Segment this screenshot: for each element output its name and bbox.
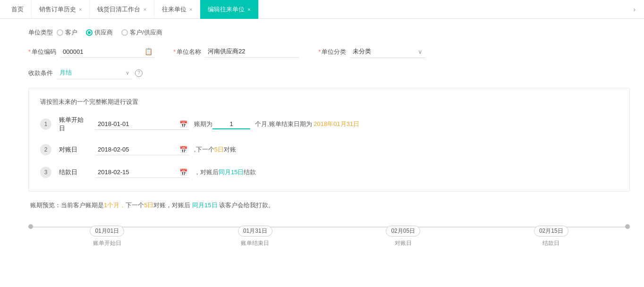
reconcile-row: 2 对账日 📅 ,下一个5日对账: [40, 144, 618, 155]
billing-start-row: 1 账单开始日 📅 账期为 个月,账单结束日期为 2018年01月31日: [40, 116, 618, 133]
unit-category-chevron-icon: ∨: [418, 48, 423, 55]
timeline-start-endpoint: [28, 224, 33, 229]
tab-cash-work-close[interactable]: ×: [143, 7, 146, 12]
unit-code-label: 单位编码: [32, 48, 56, 56]
timeline-label-2: 对账日: [395, 239, 412, 247]
unit-type-radio-group: 客户 供应商 客户/供应商: [57, 28, 162, 37]
preview-suffix: 该客户会给我打款。: [219, 202, 274, 209]
reconcile-calendar-icon[interactable]: 📅: [178, 145, 189, 154]
tab-partner-units[interactable]: 往来单位 ×: [154, 0, 200, 19]
tab-edit-partner-label: 编辑往来单位: [208, 5, 245, 14]
unit-name-input[interactable]: [205, 46, 299, 58]
timeline-badge-2: 02月05日: [386, 226, 420, 236]
payment-date-input-wrapper: 📅: [95, 167, 189, 178]
section-title: 请按照未来的一个完整帐期进行设置: [40, 98, 618, 106]
radio-supplier-label: 供应商: [94, 28, 113, 37]
tabs-bar: 首页 销售订单历史 × 钱货日清工作台 × 往来单位 × 编辑往来单位 × ›: [0, 0, 644, 19]
reconcile-desc: ,下一个5日对账: [194, 145, 236, 154]
timeline-end-endpoint: [625, 224, 630, 229]
reconcile-date-input-wrapper: 📅: [95, 144, 189, 155]
unit-category-select[interactable]: 未分类 ∨: [350, 45, 425, 58]
radio-customer-supplier[interactable]: 客户/供应商: [121, 28, 162, 37]
tab-partner-units-label: 往来单位: [162, 5, 186, 14]
unit-type-label: 单位类型: [28, 28, 53, 37]
tab-partner-units-close[interactable]: ×: [189, 7, 192, 12]
unit-category-group: * 单位分类 未分类 ∨: [318, 45, 425, 58]
tab-sales-order-history-close[interactable]: ×: [79, 7, 82, 12]
billing-start-calendar-icon[interactable]: 📅: [178, 119, 189, 129]
unit-name-required: *: [173, 48, 176, 55]
reconcile-date-input[interactable]: [95, 144, 178, 155]
timeline-item-2: 02月05日 对账日: [329, 226, 477, 247]
billing-start-date-input-wrapper: 📅: [95, 118, 189, 130]
preview-between2: 对账，对账后: [153, 202, 190, 209]
unit-name-group: * 单位名称: [173, 46, 299, 58]
timeline-wrapper: 01月01日 账单开始日 01月31日 账单结束日 02月05日 对账日 02月…: [28, 221, 630, 247]
payment-terms-help-icon[interactable]: ?: [135, 69, 143, 77]
preview-section: 账期预览：当前客户账期是1个月，下一个5日对账，对账后 同月15日 该客户会给我…: [28, 201, 630, 247]
timeline: 01月01日 账单开始日 01月31日 账单结束日 02月05日 对账日 02月…: [33, 221, 625, 247]
radio-supplier[interactable]: 供应商: [86, 28, 113, 37]
timeline-item-1: 01月31日 账单结束日: [181, 226, 330, 247]
billing-end-date-desc: 个月,账单结束日期为 2018年01月31日: [255, 120, 359, 128]
radio-supplier-circle: [86, 29, 93, 36]
radio-customer-supplier-label: 客户/供应商: [130, 28, 162, 37]
preview-highlight1: 1个月，: [104, 202, 126, 209]
unit-info-row: * 单位编码 📋 * 单位名称 * 单位分类 未分类 ∨: [28, 45, 630, 58]
tab-cash-work[interactable]: 钱货日清工作台 ×: [90, 0, 154, 19]
radio-customer-circle: [57, 29, 63, 36]
billing-period-label: 账期为: [194, 120, 212, 128]
tab-edit-partner-close[interactable]: ×: [247, 7, 250, 12]
radio-supplier-dot: [88, 31, 91, 34]
timeline-item-0: 01月01日 账单开始日: [33, 226, 181, 247]
billing-start-date-input[interactable]: [95, 118, 178, 129]
payment-calendar-icon[interactable]: 📅: [178, 168, 189, 177]
row-num-3: 3: [40, 167, 51, 178]
radio-customer[interactable]: 客户: [57, 28, 77, 37]
timeline-badge-1: 01月31日: [238, 226, 272, 236]
reconcile-label: 对账日: [59, 145, 87, 154]
preview-highlight2: 5日: [144, 202, 153, 209]
unit-code-input[interactable]: [60, 46, 143, 57]
payment-desc: ，对账后同月15日结款: [194, 168, 256, 177]
billing-cycle-section: 请按照未来的一个完整帐期进行设置 1 账单开始日 📅 账期为 个月,账单结束日期…: [28, 88, 630, 192]
tabs-scroll-arrow[interactable]: ›: [628, 6, 640, 13]
radio-customer-supplier-circle: [121, 29, 128, 36]
unit-type-row: 单位类型 客户 供应商 客户/供应商: [28, 28, 630, 37]
timeline-label-0: 账单开始日: [93, 239, 121, 247]
row-num-2: 2: [40, 144, 51, 155]
unit-code-required: *: [28, 48, 31, 55]
billing-start-label: 账单开始日: [59, 116, 87, 133]
payment-date-input[interactable]: [95, 167, 178, 177]
preview-text: 账期预览：当前客户账期是1个月，下一个5日对账，对账后 同月15日 该客户会给我…: [28, 201, 630, 210]
billing-months-input[interactable]: [212, 119, 250, 129]
tab-home[interactable]: 首页: [4, 0, 32, 19]
payment-terms-value: 月结: [59, 68, 124, 77]
preview-highlight3: 同月15日: [192, 202, 217, 209]
preview-prefix: 账期预览：当前客户账期是: [30, 202, 104, 209]
payment-terms-row: 收款条件 月结 ∨ ?: [28, 67, 630, 79]
billing-end-date-highlight: 2018年01月31日: [314, 120, 359, 127]
unit-category-required: *: [318, 48, 321, 55]
unit-code-calendar-icon[interactable]: 📋: [143, 47, 154, 56]
timeline-label-3: 结款日: [542, 239, 559, 247]
unit-category-value: 未分类: [353, 47, 418, 56]
unit-name-label: 单位名称: [177, 48, 201, 56]
page-content: 单位类型 客户 供应商 客户/供应商 * 单位编码: [0, 19, 644, 287]
months-unit-text: 个月,账单结束日期为: [255, 120, 312, 127]
unit-code-group: * 单位编码 📋: [28, 46, 154, 58]
row-num-1: 1: [40, 118, 51, 130]
payment-terms-label: 收款条件: [28, 69, 53, 77]
payment-label: 结款日: [59, 168, 87, 177]
unit-code-input-wrapper: 📋: [60, 46, 154, 58]
timeline-item-3: 02月15日 结款日: [477, 226, 626, 247]
tab-edit-partner[interactable]: 编辑往来单位 ×: [200, 0, 258, 19]
payment-row: 3 结款日 📅 ，对账后同月15日结款: [40, 167, 618, 178]
tab-sales-order-history-label: 销售订单历史: [39, 5, 76, 14]
tab-cash-work-label: 钱货日清工作台: [97, 5, 140, 14]
timeline-badge-0: 01月01日: [90, 226, 124, 236]
tab-sales-order-history[interactable]: 销售订单历史 ×: [32, 0, 90, 19]
tab-home-label: 首页: [11, 5, 24, 14]
timeline-label-1: 账单结束日: [241, 239, 269, 247]
payment-terms-select[interactable]: 月结 ∨: [57, 67, 132, 79]
